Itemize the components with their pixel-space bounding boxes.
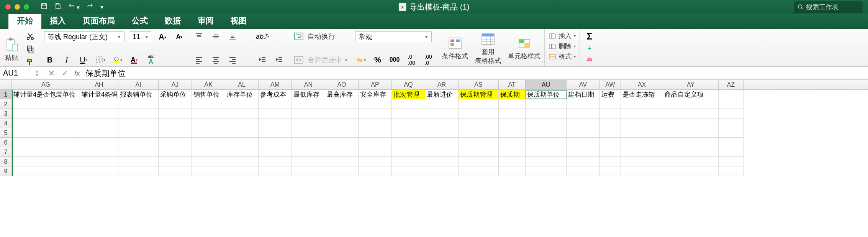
minimize-window[interactable] xyxy=(15,4,20,10)
cell-AV1[interactable]: 建档日期 xyxy=(567,90,600,99)
tab-审阅[interactable]: 审阅 xyxy=(189,13,222,29)
cell-AY3[interactable] xyxy=(663,109,719,118)
cell-AZ5[interactable] xyxy=(719,128,744,138)
cell-AL8[interactable] xyxy=(225,157,259,166)
col-header-AU[interactable]: AU xyxy=(526,80,567,89)
cell-AO7[interactable] xyxy=(325,147,359,157)
cell-AZ4[interactable] xyxy=(719,118,744,128)
cell-AO2[interactable] xyxy=(325,99,359,109)
cell-AQ5[interactable] xyxy=(392,128,425,138)
cell-AM2[interactable] xyxy=(259,99,292,109)
cell-AJ3[interactable] xyxy=(159,109,192,118)
col-header-AK[interactable]: AK xyxy=(192,80,225,89)
cell-AV6[interactable] xyxy=(567,138,600,147)
font-name-dropdown[interactable]: 等线 Regular (正文)▼ xyxy=(44,31,124,42)
cell-AW8[interactable] xyxy=(600,157,621,166)
cell-AT5[interactable] xyxy=(499,128,526,138)
close-window[interactable] xyxy=(5,4,11,10)
format-painter-icon[interactable] xyxy=(25,58,36,67)
cell-AL3[interactable] xyxy=(225,109,259,118)
cell-AR6[interactable] xyxy=(425,138,459,147)
cell-AZ3[interactable] xyxy=(719,109,744,118)
cell-AJ7[interactable] xyxy=(159,147,192,157)
cell-AG6[interactable] xyxy=(12,138,80,147)
cell-AQ6[interactable] xyxy=(392,138,425,147)
cell-AV4[interactable] xyxy=(567,118,600,128)
col-header-AJ[interactable]: AJ xyxy=(159,80,192,89)
align-top-icon[interactable] xyxy=(193,31,205,41)
cancel-formula-icon[interactable]: ✕ xyxy=(48,69,55,78)
cell-AO9[interactable] xyxy=(325,166,359,176)
cell-AM3[interactable] xyxy=(259,109,292,118)
increase-indent-icon[interactable] xyxy=(274,55,285,65)
align-left-icon[interactable] xyxy=(193,55,205,65)
cell-AI1[interactable]: 报表辅单位 xyxy=(118,90,159,99)
cell-AV8[interactable] xyxy=(567,157,600,166)
cell-AK3[interactable] xyxy=(192,109,225,118)
fill-color-button[interactable]: ▾ xyxy=(111,55,123,65)
row-header-3[interactable]: 3 xyxy=(0,109,12,118)
cell-AW9[interactable] xyxy=(600,166,621,176)
cell-AJ9[interactable] xyxy=(159,166,192,176)
cell-AJ4[interactable] xyxy=(159,118,192,128)
col-header-AL[interactable]: AL xyxy=(225,80,259,89)
cell-AH5[interactable] xyxy=(80,128,118,138)
cell-AH3[interactable] xyxy=(80,109,118,118)
cell-AO5[interactable] xyxy=(325,128,359,138)
cell-AP6[interactable] xyxy=(359,138,392,147)
cell-AH2[interactable] xyxy=(80,99,118,109)
col-header-AH[interactable]: AH xyxy=(80,80,118,89)
row-header-4[interactable]: 4 xyxy=(0,118,12,128)
cell-AT2[interactable] xyxy=(499,99,526,109)
italic-button[interactable]: I xyxy=(61,55,72,65)
cell-AR7[interactable] xyxy=(425,147,459,157)
cell-AW5[interactable] xyxy=(600,128,621,138)
cell-AY9[interactable] xyxy=(663,166,719,176)
cell-AK5[interactable] xyxy=(192,128,225,138)
cell-AM1[interactable]: 参考成本 xyxy=(259,90,292,99)
cell-AQ1[interactable]: 批次管理 xyxy=(392,90,425,99)
cell-AQ9[interactable] xyxy=(392,166,425,176)
cell-AN1[interactable]: 最低库存 xyxy=(292,90,325,99)
cell-AS6[interactable] xyxy=(459,138,499,147)
cell-styles-button[interactable]: 单元格样式 xyxy=(508,36,540,61)
cell-AI6[interactable] xyxy=(118,138,159,147)
cell-AQ4[interactable] xyxy=(392,118,425,128)
cell-AI2[interactable] xyxy=(118,99,159,109)
col-header-AS[interactable]: AS xyxy=(459,80,499,89)
cell-AJ5[interactable] xyxy=(159,128,192,138)
cell-AY8[interactable] xyxy=(663,157,719,166)
cell-AX7[interactable] xyxy=(621,147,663,157)
cell-AN8[interactable] xyxy=(292,157,325,166)
cell-AS7[interactable] xyxy=(459,147,499,157)
col-header-AP[interactable]: AP xyxy=(359,80,392,89)
cell-AP2[interactable] xyxy=(359,99,392,109)
increase-decimal-icon[interactable]: .0.00 xyxy=(406,55,417,65)
cell-AI7[interactable] xyxy=(118,147,159,157)
insert-cells-button[interactable]: 插入▾ xyxy=(549,31,576,40)
formula-input[interactable] xyxy=(84,69,868,78)
tab-插入[interactable]: 插入 xyxy=(41,13,74,29)
cell-AK2[interactable] xyxy=(192,99,225,109)
row-header-7[interactable]: 7 xyxy=(0,147,12,157)
cell-AN4[interactable] xyxy=(292,118,325,128)
cell-AG9[interactable] xyxy=(12,166,80,176)
cell-AV5[interactable] xyxy=(567,128,600,138)
cell-AU6[interactable] xyxy=(526,138,567,147)
cell-AL5[interactable] xyxy=(225,128,259,138)
cell-AW4[interactable] xyxy=(600,118,621,128)
borders-button[interactable]: ▾ xyxy=(95,55,106,65)
cell-AZ1[interactable] xyxy=(719,90,744,99)
format-cells-button[interactable]: 格式▾ xyxy=(549,52,576,61)
cell-AH9[interactable] xyxy=(80,166,118,176)
cell-AS1[interactable]: 保质期管理 xyxy=(459,90,499,99)
cell-AZ2[interactable] xyxy=(719,99,744,109)
row-header-8[interactable]: 8 xyxy=(0,157,12,166)
cell-AH6[interactable] xyxy=(80,138,118,147)
cell-AY4[interactable] xyxy=(663,118,719,128)
cell-AY5[interactable] xyxy=(663,128,719,138)
cell-AX5[interactable] xyxy=(621,128,663,138)
cell-AV7[interactable] xyxy=(567,147,600,157)
cell-AS8[interactable] xyxy=(459,157,499,166)
qat-overflow-icon[interactable]: ▾ xyxy=(100,3,103,11)
